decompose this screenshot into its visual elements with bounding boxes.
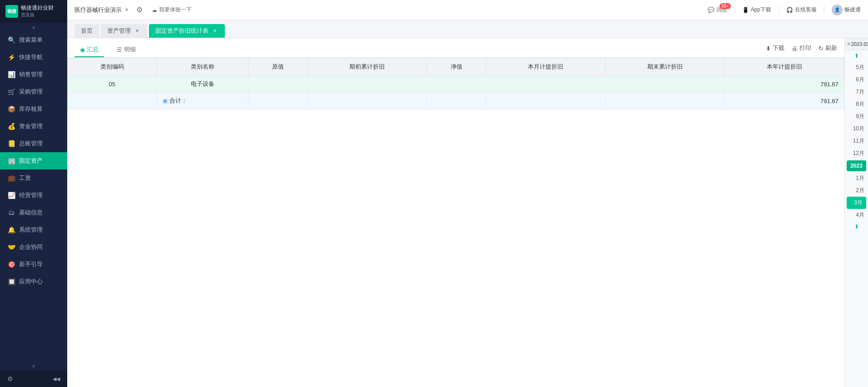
app-center-icon: 🔲 <box>7 278 15 285</box>
sidebar: 畅捷 畅捷通好业财 普及版 ▲ 🔍 搜索菜单 ⚡ 快捷导航 📊 销售管理 🛒 采… <box>0 0 67 387</box>
print-icon: 🖨 <box>792 45 798 52</box>
experience-icon: ☁ <box>152 7 157 13</box>
sidebar-item-payroll[interactable]: 💼 工资 <box>0 169 67 187</box>
experience-button[interactable]: ☁ 我要体验一下 <box>152 6 192 14</box>
sidebar-item-sales[interactable]: 📊 销售管理 <box>0 66 67 83</box>
refresh-label: 刷新 <box>825 44 837 52</box>
enterprise-icon: 🤝 <box>7 243 15 251</box>
date-item-month[interactable]: 11月 <box>845 135 868 147</box>
date-item-month[interactable]: 1月 <box>845 172 868 184</box>
topbar-divider-2 <box>779 5 779 15</box>
sidebar-item-guide[interactable]: 🎯 新手引导 <box>0 256 67 273</box>
customer-service-icon: 🎧 <box>786 7 793 13</box>
settings-footer-icon[interactable]: ⚙ <box>7 375 13 382</box>
content-main: ◉ 汇总 ☰ 明细 ⬇ 下载 🖨 打印 <box>67 38 844 387</box>
col-header-code: 类别编码 <box>68 58 157 76</box>
col-header-monthly-dep: 本月计提折旧 <box>486 58 605 76</box>
topbar-divider-1 <box>734 5 735 15</box>
col-header-net-value: 净值 <box>427 58 486 76</box>
sidebar-item-app-center[interactable]: 🔲 应用中心 <box>0 273 67 290</box>
tab-fixed-assets-depreciation[interactable]: 固定资产折旧统计表 × <box>149 24 225 38</box>
right-panel-close-button[interactable]: ✕ <box>847 41 851 47</box>
tabbar: 首页 资产管理 × 固定资产折旧统计表 × <box>67 20 868 38</box>
date-item-month[interactable]: 4月 <box>845 209 868 221</box>
customer-service-button[interactable]: 🎧 在线客服 <box>786 6 817 14</box>
date-item-month[interactable]: 9月 <box>845 110 868 123</box>
total-icon: ▣ <box>163 98 168 104</box>
collapse-icon[interactable]: ◀◀ <box>53 376 60 382</box>
messages-button[interactable]: 💬 消息 99+ <box>708 6 727 14</box>
sidebar-item-ledger[interactable]: 📒 总账管理 <box>0 135 67 152</box>
refresh-button[interactable]: ↻ 刷新 <box>818 44 837 52</box>
company-dropdown-icon: ▼ <box>124 7 129 12</box>
sidebar-item-label: 搜索菜单 <box>19 36 43 44</box>
table-row: 05 电子设备 791.67 <box>68 76 844 93</box>
tab-fixed-assets-depreciation-close[interactable]: × <box>211 27 218 35</box>
customer-service-label: 在线客服 <box>795 6 817 14</box>
date-item-month[interactable]: 12月 <box>845 147 868 159</box>
system-icon: 🔔 <box>7 226 15 233</box>
sidebar-item-label: 资金管理 <box>19 122 43 130</box>
app-download-button[interactable]: 📱 App下载 <box>742 6 771 14</box>
table-header-row: 类别编码 类别名称 原值 期初累计折旧 净值 本月计提折旧 期末累计折旧 本年计… <box>68 58 844 76</box>
date-item-month[interactable]: 7月 <box>845 86 868 98</box>
col-header-original: 原值 <box>248 58 308 76</box>
depreciation-table: 类别编码 类别名称 原值 期初累计折旧 净值 本月计提折旧 期末累计折旧 本年计… <box>67 58 844 109</box>
company-selector[interactable]: 医疗器械行业演示 ▼ <box>74 6 129 14</box>
sidebar-app-title: 畅捷通好业财 <box>21 5 54 12</box>
date-item-month[interactable]: 6月 <box>845 74 868 86</box>
tab-fixed-assets-depreciation-label: 固定资产折旧统计表 <box>155 27 208 35</box>
date-item-month-active[interactable]: 3月 <box>847 197 866 209</box>
toolbar-right: ⬇ 下载 🖨 打印 ↻ 刷新 <box>766 44 837 56</box>
sidebar-item-label: 快捷导航 <box>19 53 43 61</box>
sidebar-item-search[interactable]: 🔍 搜索菜单 <box>0 31 67 49</box>
sidebar-app-subtitle: 普及版 <box>21 12 54 18</box>
sidebar-item-inventory[interactable]: 📦 库存核算 <box>0 100 67 118</box>
tab-asset-management-label: 资产管理 <box>107 27 131 35</box>
col-header-name: 类别名称 <box>157 58 248 76</box>
user-menu[interactable]: 👤 畅捷通 <box>832 5 861 15</box>
download-label: 下载 <box>773 44 784 52</box>
tab-asset-management-close[interactable]: × <box>134 27 141 35</box>
sidebar-item-basic-info[interactable]: 🗂 基础信息 <box>0 204 67 221</box>
subtab-summary[interactable]: ◉ 汇总 <box>74 43 104 57</box>
date-item-month[interactable]: 2月 <box>845 184 868 197</box>
right-date-panel: ✕ 2023.03 ⤢ ⬆ 5月 6月 7月 8月 9月 10月 11月 12月… <box>844 38 868 387</box>
total-label-text: 合计： <box>169 97 187 105</box>
subtab-detail[interactable]: ☰ 明细 <box>111 43 141 57</box>
date-item-month[interactable]: 5月 <box>845 61 868 74</box>
sidebar-item-system[interactable]: 🔔 系统管理 <box>0 221 67 238</box>
sidebar-item-fixed-assets[interactable]: 🏢 固定资产 <box>0 152 67 169</box>
date-item-month[interactable]: 8月 <box>845 98 868 110</box>
sidebar-item-label: 销售管理 <box>19 70 43 79</box>
tab-asset-management[interactable]: 资产管理 × <box>101 24 147 38</box>
sidebar-item-label: 企业协同 <box>19 243 43 251</box>
messages-badge: 99+ <box>719 3 731 9</box>
date-year-2023[interactable]: 2023 <box>847 160 866 171</box>
print-button[interactable]: 🖨 打印 <box>792 44 811 52</box>
date-scroll-down[interactable]: ⬇ <box>845 221 868 232</box>
topbar-divider-3 <box>824 5 824 15</box>
sidebar-item-operations[interactable]: 📈 经营管理 <box>0 187 67 204</box>
cell-initial-dep <box>308 76 427 93</box>
cell-period-end-dep <box>605 76 725 93</box>
total-cell-code <box>68 93 157 109</box>
total-row: ▣ 合计： 791.67 <box>68 93 844 109</box>
topbar-settings-icon[interactable]: ⚙ <box>136 5 143 14</box>
date-list: ⬆ 5月 6月 7月 8月 9月 10月 11月 12月 2023 1月 2月 … <box>845 50 868 387</box>
sidebar-item-purchase[interactable]: 🛒 采购管理 <box>0 83 67 100</box>
print-label: 打印 <box>799 44 811 52</box>
tab-home[interactable]: 首页 <box>74 24 99 38</box>
total-original <box>248 93 308 109</box>
sidebar-item-quick-nav[interactable]: ⚡ 快捷导航 <box>0 49 67 66</box>
refresh-icon: ↻ <box>818 45 823 52</box>
subtab-summary-label: 汇总 <box>87 45 99 54</box>
sidebar-item-finance[interactable]: 💰 资金管理 <box>0 118 67 135</box>
download-button[interactable]: ⬇ 下载 <box>766 44 784 52</box>
total-period-end-dep <box>605 93 725 109</box>
sidebar-footer: ⚙ ◀◀ <box>0 371 67 387</box>
date-scroll-up[interactable]: ⬆ <box>845 50 868 61</box>
sidebar-item-enterprise[interactable]: 🤝 企业协同 <box>0 238 67 256</box>
purchase-icon: 🛒 <box>7 88 15 95</box>
date-item-month[interactable]: 10月 <box>845 123 868 135</box>
